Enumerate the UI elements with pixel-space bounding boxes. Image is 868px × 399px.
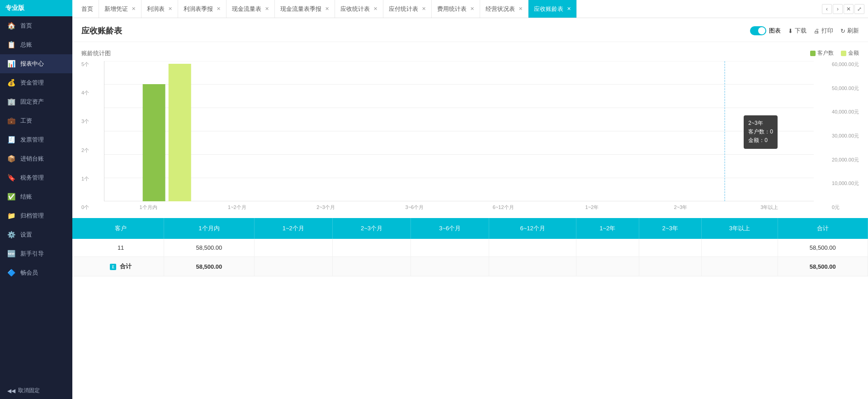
x-label-over3y: 3年以上: [725, 204, 814, 211]
col-total: 合计: [778, 218, 868, 239]
tab-business-stat-close[interactable]: ✕: [519, 6, 523, 12]
invoice-icon: 🧾: [7, 136, 16, 144]
download-label: 下载: [795, 27, 807, 35]
sidebar-item-archive[interactable]: 📁 归档管理: [0, 206, 72, 225]
sidebar-item-member[interactable]: 🔷 畅会员: [0, 263, 72, 282]
cell-2to3y: [639, 239, 702, 257]
sidebar-item-ledger-label: 总账: [20, 41, 32, 49]
tab-prev-button[interactable]: ‹: [822, 4, 832, 14]
y-right-10k: 10,000.00元: [832, 180, 859, 187]
tab-profit[interactable]: 利润表 ✕: [142, 0, 178, 18]
tab-voucher-close[interactable]: ✕: [132, 6, 136, 12]
tab-close-all-button[interactable]: ✕: [844, 4, 854, 14]
inventory-icon: 📦: [7, 155, 16, 163]
legend-customer: 客户数: [810, 49, 834, 57]
col-1to2: 1~2个月: [254, 218, 332, 239]
total-1month: 58,500.00: [164, 257, 254, 276]
toggle-pin-label: 取消固定: [18, 387, 40, 394]
tab-cashflow-close[interactable]: ✕: [265, 6, 269, 12]
tax-icon: 🔖: [7, 174, 16, 182]
tab-expense-stat[interactable]: 费用统计表 ✕: [432, 0, 480, 18]
tab-payable-stat[interactable]: 应付统计表 ✕: [383, 0, 432, 18]
chart-toggle-label: 图表: [769, 27, 781, 35]
tab-profit-quarter[interactable]: 利润表季报 ✕: [178, 0, 226, 18]
settings-icon: ⚙️: [7, 231, 16, 239]
legend-amount-color: [841, 51, 846, 56]
sidebar-item-salary[interactable]: 💼 工资: [0, 111, 72, 130]
tab-payable-stat-close[interactable]: ✕: [422, 6, 426, 12]
header-actions: 图表 ⬇ 下载 🖨 打印 ↻ 刷新: [750, 26, 859, 35]
sidebar-item-asset[interactable]: 🏢 固定资产: [0, 92, 72, 111]
tab-voucher[interactable]: 新增凭证 ✕: [99, 0, 142, 18]
tab-voucher-label: 新增凭证: [104, 5, 128, 13]
home-icon: 🏠: [7, 22, 16, 30]
total-6to12: [489, 257, 576, 276]
tab-receivable-stat-label: 应收统计表: [340, 5, 370, 13]
y-left-4: 4个: [81, 90, 89, 96]
tab-receivable-stat-close[interactable]: ✕: [373, 6, 377, 12]
salary-icon: 💼: [7, 117, 16, 125]
sidebar-item-settings[interactable]: ⚙️ 设置: [0, 225, 72, 244]
member-icon: 🔷: [7, 269, 16, 277]
table-row: 11 58,500.00 58,500.00: [72, 239, 868, 257]
y-axis-right: 0元 10,000.00元 20,000.00元 30,000.00元 40,0…: [832, 61, 859, 211]
sidebar-item-inventory[interactable]: 📦 进销台账: [0, 149, 72, 168]
sidebar-item-report[interactable]: 📊 报表中心: [0, 54, 72, 73]
toggle-pin-button[interactable]: ◀◀ 取消固定: [0, 382, 72, 399]
col-2to3: 2~3个月: [332, 218, 410, 239]
total-2to3: [332, 257, 410, 276]
tab-next-button[interactable]: ›: [833, 4, 843, 14]
print-label: 打印: [821, 27, 833, 35]
chart-svg: [104, 61, 814, 201]
x-label-3to6: 3~6个月: [370, 204, 459, 211]
chart-title: 账龄统计图: [81, 49, 859, 57]
tab-profit-close[interactable]: ✕: [168, 6, 172, 12]
legend-amount: 金额: [841, 49, 859, 57]
refresh-icon: ↻: [840, 28, 845, 34]
sidebar-item-invoice[interactable]: 🧾 发票管理: [0, 130, 72, 149]
total-1to2y: [576, 257, 639, 276]
chart-legend: 客户数 金额: [810, 49, 859, 57]
tab-cashflow-quarter-close[interactable]: ✕: [325, 6, 329, 12]
refresh-button[interactable]: ↻ 刷新: [840, 27, 859, 35]
tab-ar-aging[interactable]: 应收账龄表 ✕: [528, 0, 577, 18]
tab-expand-button[interactable]: ⤢: [854, 4, 864, 14]
download-button[interactable]: ⬇ 下载: [788, 27, 807, 35]
sidebar-item-capital[interactable]: 💰 资金管理: [0, 73, 72, 92]
chart-toggle[interactable]: [750, 26, 766, 35]
pin-icon: ◀◀: [7, 388, 15, 394]
col-customer: 客户: [72, 218, 164, 239]
sidebar-item-settings-label: 设置: [20, 231, 32, 239]
print-icon: 🖨: [814, 28, 820, 34]
tab-navigation: ‹ › ✕ ⤢: [822, 4, 864, 14]
tab-home[interactable]: 首页: [76, 0, 99, 18]
sidebar-item-home[interactable]: 🏠 首页: [0, 16, 72, 35]
sidebar-item-invoice-label: 发票管理: [20, 136, 44, 144]
tab-expense-stat-close[interactable]: ✕: [470, 6, 474, 12]
y-left-5: 5个: [81, 61, 89, 68]
tab-cashflow[interactable]: 现金流量表 ✕: [226, 0, 275, 18]
tab-profit-label: 利润表: [147, 5, 165, 13]
page-content: 应收账龄表 图表 ⬇ 下载 🖨 打印 ↻: [72, 18, 868, 399]
sidebar-item-checkout[interactable]: ✅ 结账: [0, 187, 72, 206]
sidebar-item-tax[interactable]: 🔖 税务管理: [0, 168, 72, 187]
tab-profit-quarter-close[interactable]: ✕: [217, 6, 221, 12]
print-button[interactable]: 🖨 打印: [814, 27, 833, 35]
y-left-0: 0个: [81, 204, 89, 211]
sidebar-item-guide[interactable]: 🆕 新手引导: [0, 244, 72, 263]
chart-toggle-group: 图表: [750, 26, 781, 35]
tab-receivable-stat[interactable]: 应收统计表 ✕: [335, 0, 383, 18]
legend-amount-label: 金额: [848, 49, 859, 57]
total-total: 58,500.00: [778, 257, 868, 276]
tab-cashflow-quarter[interactable]: 现金流量表季报 ✕: [275, 0, 335, 18]
tab-ar-aging-close[interactable]: ✕: [567, 6, 571, 12]
download-icon: ⬇: [788, 28, 793, 34]
y-right-0: 0元: [832, 204, 840, 211]
table-header-row: 客户 1个月内 1~2个月 2~3个月 3~6个月 6~12个月 1~2年 2~…: [72, 218, 868, 239]
sidebar-item-ledger[interactable]: 📋 总账: [0, 35, 72, 54]
tab-business-stat[interactable]: 经营状况表 ✕: [480, 0, 528, 18]
tab-bar: 首页 新增凭证 ✕ 利润表 ✕ 利润表季报 ✕ 现金流量表 ✕ 现金流量表季报 …: [72, 0, 868, 18]
ledger-icon: 📋: [7, 41, 16, 49]
legend-customer-color: [810, 51, 816, 56]
y-right-20k: 20,000.00元: [832, 157, 859, 163]
